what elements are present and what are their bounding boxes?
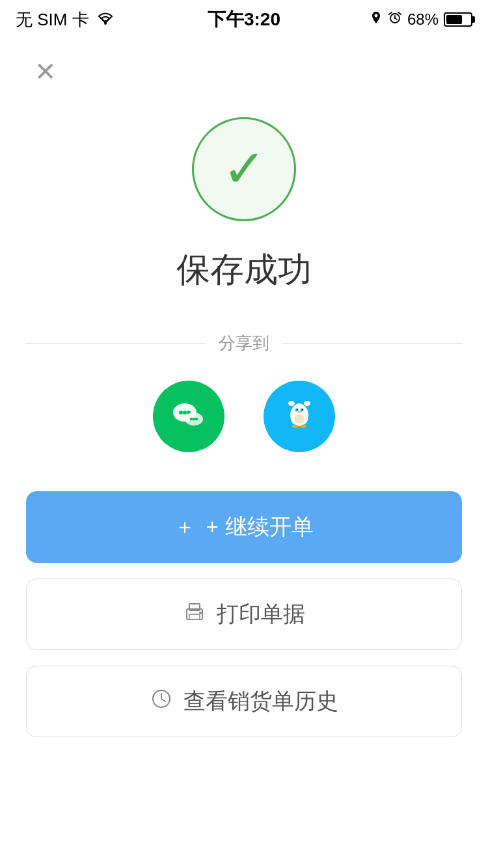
status-right: 68%: [370, 10, 472, 29]
svg-point-28: [199, 612, 202, 614]
qq-share-button[interactable]: [264, 381, 335, 452]
continue-button[interactable]: ＋ + 继续开单: [26, 491, 462, 563]
location-icon: [370, 10, 383, 29]
svg-rect-26: [189, 614, 200, 619]
actions-section: ＋ + 继续开单 打印单据: [26, 491, 462, 737]
svg-point-16: [297, 409, 298, 410]
share-section: 分享到: [26, 332, 462, 452]
history-button[interactable]: 查看销货单历史: [26, 666, 462, 737]
plus-icon: ＋: [174, 513, 195, 541]
status-left: 无 SIM 卡: [16, 8, 115, 31]
svg-point-20: [294, 414, 305, 424]
svg-point-22: [300, 425, 306, 428]
divider-line-left: [26, 343, 206, 344]
battery-icon: [444, 12, 472, 27]
svg-point-9: [190, 418, 193, 420]
status-time: 下午3:20: [208, 7, 280, 32]
history-icon: [150, 687, 173, 716]
alarm-icon: [388, 10, 402, 29]
success-title: 保存成功: [176, 247, 312, 293]
share-label: 分享到: [219, 332, 269, 355]
svg-point-5: [179, 411, 183, 414]
status-bar: 无 SIM 卡 下午3:20 68%: [0, 0, 488, 39]
svg-point-21: [292, 425, 299, 428]
battery-percentage: 68%: [407, 10, 439, 29]
svg-point-17: [302, 409, 303, 410]
close-icon: ✕: [34, 59, 57, 85]
success-section: ✓ 保存成功: [26, 117, 462, 293]
checkmark-icon: ✓: [223, 143, 266, 195]
svg-line-3: [395, 18, 397, 20]
svg-point-23: [288, 401, 295, 406]
continue-label: + 继续开单: [206, 512, 313, 542]
wifi-icon: [96, 10, 115, 30]
main-content: ✕ ✓ 保存成功 分享到: [0, 39, 488, 868]
share-icons: [153, 381, 335, 452]
svg-point-11: [195, 418, 198, 420]
print-label: 打印单据: [217, 599, 305, 629]
close-button[interactable]: ✕: [26, 52, 65, 91]
history-label: 查看销货单历史: [183, 686, 338, 716]
svg-point-10: [193, 418, 195, 420]
wechat-share-button[interactable]: [153, 381, 224, 452]
svg-line-31: [161, 699, 165, 701]
svg-point-0: [104, 22, 107, 25]
divider-line-right: [282, 343, 462, 344]
svg-point-6: [183, 411, 187, 414]
svg-point-14: [295, 409, 299, 412]
share-divider: 分享到: [26, 332, 462, 355]
svg-point-15: [301, 409, 304, 412]
sim-status: 无 SIM 卡: [16, 8, 89, 31]
printer-icon: [183, 600, 206, 629]
svg-point-24: [304, 401, 310, 406]
success-circle: ✓: [192, 117, 296, 221]
print-button[interactable]: 打印单据: [26, 578, 462, 650]
